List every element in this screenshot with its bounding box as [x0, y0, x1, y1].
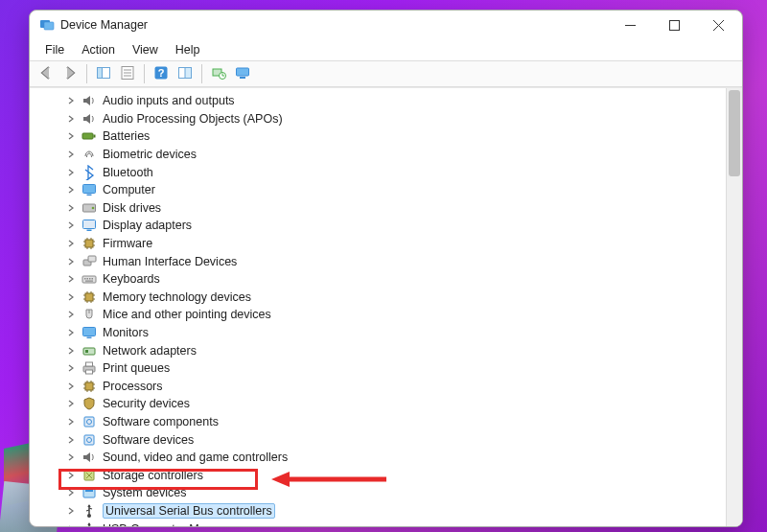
device-category-label: Universal Serial Bus controllers: [103, 503, 275, 519]
device-category-row[interactable]: Mice and other pointing devices: [58, 306, 742, 324]
device-category-label: Memory technology devices: [103, 290, 251, 304]
device-category-row[interactable]: Network adapters: [58, 341, 742, 359]
title-bar[interactable]: Device Manager: [30, 11, 742, 39]
svg-rect-39: [89, 278, 91, 280]
disk-icon: [81, 200, 97, 216]
expand-chevron-icon[interactable]: [66, 274, 76, 284]
expand-chevron-icon[interactable]: [66, 185, 76, 195]
device-category-row[interactable]: Monitors: [58, 324, 742, 342]
menu-file[interactable]: File: [37, 41, 72, 58]
expand-chevron-icon[interactable]: [66, 292, 76, 302]
device-category-label: Disk drives: [103, 201, 161, 215]
toolbar-separator: [144, 64, 145, 83]
expand-chevron-icon[interactable]: [66, 506, 76, 516]
svg-rect-17: [82, 133, 93, 139]
properties-button[interactable]: [117, 63, 138, 84]
expand-chevron-icon[interactable]: [66, 203, 76, 213]
expand-chevron-icon[interactable]: [66, 168, 76, 177]
expand-chevron-icon[interactable]: [66, 524, 76, 526]
svg-rect-52: [83, 328, 96, 336]
svg-rect-23: [83, 220, 96, 229]
device-category-row[interactable]: Human Interface Devices: [58, 252, 742, 270]
device-category-row[interactable]: Audio Processing Objects (APOs): [58, 110, 742, 128]
svg-point-22: [92, 207, 95, 210]
svg-rect-53: [87, 337, 92, 339]
svg-rect-54: [83, 348, 95, 355]
device-category-row[interactable]: Bluetooth: [58, 163, 742, 181]
action-center-icon: [177, 65, 193, 83]
device-category-row[interactable]: Batteries: [58, 127, 742, 146]
expand-chevron-icon[interactable]: [66, 150, 76, 159]
device-category-label: Software devices: [103, 433, 194, 447]
device-category-row[interactable]: Security devices: [58, 395, 742, 413]
device-category-row[interactable]: Sound, video and game controllers: [58, 449, 742, 467]
device-category-row[interactable]: Memory technology devices: [58, 289, 742, 307]
expand-chevron-icon[interactable]: [66, 220, 76, 230]
device-category-row[interactable]: Firmware: [58, 235, 742, 253]
expand-chevron-icon[interactable]: [66, 131, 76, 141]
device-category-row[interactable]: Display adapters: [58, 217, 742, 235]
device-category-row[interactable]: System devices: [58, 484, 742, 502]
device-category-row[interactable]: Biometric devices: [58, 146, 742, 164]
device-category-label: Display adapters: [103, 219, 192, 232]
device-category-label: Software components: [103, 415, 219, 428]
device-category-row[interactable]: Keyboards: [58, 270, 742, 289]
device-category-row[interactable]: Storage controllers: [58, 466, 742, 484]
expand-chevron-icon[interactable]: [66, 435, 76, 445]
monitor-icon: [81, 182, 97, 197]
scan-hardware-button[interactable]: [208, 63, 229, 84]
close-button[interactable]: [696, 11, 740, 39]
scrollbar-thumb[interactable]: [729, 90, 740, 176]
device-category-row[interactable]: Audio inputs and outputs: [58, 92, 742, 110]
maximize-button[interactable]: [652, 11, 696, 39]
software-icon: [81, 432, 97, 448]
device-category-row[interactable]: Universal Serial Bus controllers: [58, 502, 742, 520]
expand-chevron-icon[interactable]: [66, 488, 76, 497]
help-button[interactable]: ?: [151, 63, 172, 84]
device-category-row[interactable]: Processors: [58, 378, 742, 396]
expand-chevron-icon[interactable]: [66, 96, 76, 105]
expand-chevron-icon[interactable]: [66, 239, 76, 248]
menu-action[interactable]: Action: [74, 41, 123, 58]
show-hide-tree-button[interactable]: [93, 63, 114, 84]
device-category-label: Storage controllers: [103, 469, 203, 482]
monitor-devices-button[interactable]: [232, 63, 253, 84]
expand-chevron-icon[interactable]: [66, 328, 76, 337]
device-category-row[interactable]: Print queues: [58, 359, 742, 378]
expand-chevron-icon[interactable]: [66, 346, 76, 356]
expand-chevron-icon[interactable]: [66, 363, 76, 373]
device-category-row[interactable]: USB Connector Managers: [58, 520, 742, 526]
action-center-button[interactable]: [174, 63, 196, 84]
expand-chevron-icon[interactable]: [66, 471, 76, 480]
device-category-row[interactable]: Computer: [58, 181, 742, 199]
device-category-label: Security devices: [103, 397, 190, 410]
expand-chevron-icon[interactable]: [66, 257, 76, 266]
speaker-icon: [81, 450, 97, 465]
minimize-button[interactable]: [608, 11, 652, 39]
expand-chevron-icon[interactable]: [66, 114, 76, 124]
svg-rect-1: [44, 22, 54, 30]
device-category-row[interactable]: Disk drives: [58, 199, 742, 218]
vertical-scrollbar[interactable]: [726, 88, 742, 526]
scan-hardware-icon: [211, 65, 226, 83]
svg-rect-55: [85, 350, 88, 353]
window-title: Device Manager: [60, 18, 608, 32]
device-tree[interactable]: Audio inputs and outputsAudio Processing…: [30, 88, 742, 526]
menu-help[interactable]: Help: [168, 41, 208, 58]
nav-back-button[interactable]: [35, 63, 57, 84]
device-category-row[interactable]: Software devices: [58, 430, 742, 449]
menu-view[interactable]: View: [125, 41, 166, 58]
expand-chevron-icon[interactable]: [66, 382, 76, 391]
expand-chevron-icon[interactable]: [66, 399, 76, 408]
nav-forward-button[interactable]: [59, 63, 81, 84]
expand-chevron-icon[interactable]: [66, 310, 76, 319]
svg-marker-77: [87, 504, 90, 507]
device-category-row[interactable]: Software components: [58, 413, 742, 431]
svg-rect-57: [86, 362, 93, 366]
expand-chevron-icon[interactable]: [66, 417, 76, 427]
monitor-devices-icon: [235, 65, 250, 83]
svg-rect-19: [83, 185, 96, 194]
network-icon: [81, 343, 97, 359]
expand-chevron-icon[interactable]: [66, 452, 76, 462]
device-category-label: Network adapters: [103, 344, 197, 358]
